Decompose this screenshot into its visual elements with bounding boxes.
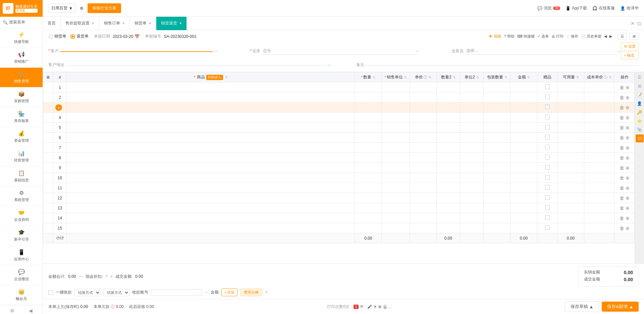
row-gift-2[interactable]	[537, 92, 557, 103]
row-cost-14[interactable]	[584, 213, 614, 223]
split-help-icon[interactable]: ?	[265, 290, 267, 295]
delete-row-icon-3[interactable]: 🗑	[620, 105, 624, 110]
sort-qty-icon[interactable]: ⇅	[373, 75, 375, 79]
row-gift-11[interactable]	[537, 183, 557, 193]
row-pkg-4[interactable]	[484, 113, 511, 123]
row-qty2-10[interactable]	[437, 173, 460, 183]
delete-row-icon-11[interactable]: 🗑	[620, 185, 624, 191]
price-info-icon[interactable]: ⓘ	[424, 75, 427, 80]
row-avail-4[interactable]	[557, 113, 584, 123]
row-unit2-11[interactable]	[460, 183, 484, 193]
row-unit-11[interactable]	[382, 183, 410, 193]
row-price-10[interactable]	[410, 173, 437, 183]
row-gift-4[interactable]	[537, 113, 557, 123]
trial-btn[interactable]: 体验行业方案	[88, 3, 121, 13]
calendar-icon[interactable]: 📅	[135, 34, 140, 39]
row-qty-1[interactable]	[355, 82, 382, 92]
row-price-13[interactable]	[410, 203, 437, 213]
row-cost-9[interactable]	[584, 163, 614, 173]
row-gift-13[interactable]	[537, 203, 557, 213]
row-cost-3[interactable]	[584, 103, 614, 113]
customer-address-input[interactable]	[66, 64, 326, 66]
row-cost-13[interactable]	[584, 203, 614, 213]
gift-checkbox-4[interactable]	[545, 115, 550, 119]
row-avail-2[interactable]	[557, 92, 584, 103]
tab-close-sales-return[interactable]: ✕	[179, 21, 182, 25]
row-unit2-14[interactable]	[460, 213, 484, 223]
row-unit-13[interactable]	[382, 203, 410, 213]
row-price-6[interactable]	[410, 133, 437, 143]
row-price-15[interactable]	[410, 223, 437, 233]
row-price-2[interactable]	[410, 92, 437, 103]
row-avail-5[interactable]	[557, 123, 584, 133]
copy-row-icon-1[interactable]: ⊕	[626, 85, 630, 90]
sidebar-item-operations[interactable]: 📊 经营管理	[0, 147, 43, 167]
row-pkg-6[interactable]	[484, 133, 511, 143]
row-qty-9[interactable]	[355, 163, 382, 173]
sort-avail-icon[interactable]: ⇅	[576, 75, 579, 79]
row-price-8[interactable]	[410, 153, 437, 163]
radio-sales[interactable]: 销货单	[48, 34, 66, 39]
add-row-btn[interactable]: +	[55, 104, 62, 111]
prev-doc-icon[interactable]: ◀	[604, 34, 607, 39]
row-qty2-11[interactable]	[437, 183, 460, 193]
copy-row-icon-6[interactable]: ⊕	[626, 135, 630, 140]
row-qty-2[interactable]	[355, 92, 382, 103]
row-amount-14[interactable]	[511, 213, 537, 223]
row-qty-15[interactable]	[355, 223, 382, 233]
customer-input[interactable]	[60, 50, 213, 52]
tab-close-sales-order[interactable]: ✕	[122, 21, 125, 25]
row-unit-2[interactable]	[382, 92, 410, 103]
select-btn[interactable]: ✓ 选单	[537, 34, 549, 39]
right-panel-star-icon[interactable]: ⭐	[636, 117, 644, 125]
one-click-pay-checkbox[interactable]	[48, 290, 53, 295]
row-pkg-12[interactable]	[484, 193, 511, 203]
sidebar-item-quick-nav[interactable]: ⚡ 快捷导航	[0, 28, 43, 48]
sidebar-item-wechat[interactable]: 💬 企业微信	[0, 265, 43, 285]
gift-checkbox-13[interactable]	[545, 205, 550, 210]
row-pkg-15[interactable]	[484, 223, 511, 233]
row-pkg-7[interactable]	[484, 143, 511, 153]
row-qty2-9[interactable]	[437, 163, 460, 173]
row-cost-1[interactable]	[584, 82, 614, 92]
radio-return[interactable]: 退货单	[70, 34, 89, 39]
row-avail-3[interactable]	[557, 103, 584, 113]
copy-row-icon-11[interactable]: ⊕	[626, 185, 630, 191]
sidebar-item-member[interactable]: 👑 畅会员	[0, 285, 43, 305]
row-qty2-8[interactable]	[437, 153, 460, 163]
customer-select-btn[interactable]: ···	[214, 49, 218, 53]
row-amount-9[interactable]	[511, 163, 537, 173]
add-payment-btn[interactable]: + 添加	[221, 289, 237, 296]
row-qty2-4[interactable]	[437, 113, 460, 123]
row-gift-12[interactable]	[537, 193, 557, 203]
settings-icon[interactable]: ⚙	[10, 308, 14, 313]
row-amount-3[interactable]	[511, 103, 537, 113]
row-pkg-9[interactable]	[484, 163, 511, 173]
copy-row-icon-13[interactable]: ⊕	[626, 205, 630, 211]
row-unit-14[interactable]	[382, 213, 410, 223]
row-cost-12[interactable]	[584, 193, 614, 203]
row-unit2-9[interactable]	[460, 163, 484, 173]
salesperson-select-btn[interactable]: ···	[618, 49, 621, 53]
video-help-btn[interactable]: ▶ 视频	[489, 34, 501, 39]
row-amount-12[interactable]	[511, 193, 537, 203]
sidebar-item-sales[interactable]: 🛒 销售管理	[0, 68, 43, 87]
row-unit2-3[interactable]	[460, 103, 484, 113]
delete-row-icon-2[interactable]: 🗑	[620, 95, 624, 100]
row-pkg-3[interactable]	[484, 103, 511, 113]
row-qty2-6[interactable]	[437, 133, 460, 143]
product-input-active[interactable]	[191, 105, 231, 110]
row-avail-7[interactable]	[557, 143, 584, 153]
sidebar-item-purchase[interactable]: 📦 采购管理	[0, 87, 43, 107]
sidebar-item-inventory[interactable]: 🏪 库存核算	[0, 107, 43, 127]
sort-unit2-icon[interactable]: ⇅	[476, 75, 479, 79]
industry-selector[interactable]: 日用百货 ▼	[48, 4, 76, 13]
gift-checkbox-2[interactable]	[545, 95, 550, 99]
save-new-btn[interactable]: 保存&新增 ▲	[602, 302, 639, 312]
row-avail-13[interactable]	[557, 203, 584, 213]
logistics-btn[interactable]: + 物流	[621, 52, 639, 59]
row-amount-10[interactable]	[511, 173, 537, 183]
sort-cost-icon[interactable]: ⇅	[609, 75, 611, 79]
row-unit-10[interactable]	[382, 173, 410, 183]
row-amount-2[interactable]	[511, 92, 537, 103]
